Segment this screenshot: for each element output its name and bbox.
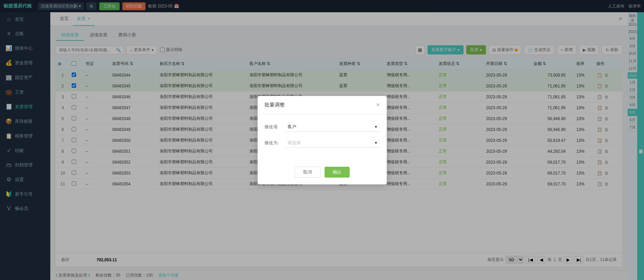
modal-body: 修改项 客户 ▾ 修改为 请选择 ▾ <box>258 114 387 163</box>
modal-header: 批量调整 × <box>258 96 387 114</box>
modal-title: 批量调整 <box>264 102 285 108</box>
cancel-btn[interactable]: 取消 <box>295 167 320 178</box>
modal-footer: 取消 确认 <box>258 163 387 184</box>
modal-overlay: 批量调整 × 修改项 客户 ▾ 修改为 请选择 ▾ 取消 确认 <box>0 0 644 280</box>
batch-adjust-modal: 批量调整 × 修改项 客户 ▾ 修改为 请选择 ▾ 取消 确认 <box>258 96 387 184</box>
chevron-down-icon: ▾ <box>375 124 377 129</box>
chevron-down-icon: ▾ <box>375 140 377 145</box>
form-row-field: 修改项 客户 ▾ <box>264 122 380 132</box>
modal-close-btn[interactable]: × <box>376 101 380 109</box>
form-row-change: 修改为 请选择 ▾ <box>264 138 380 148</box>
change-label: 修改为 <box>264 140 285 146</box>
field-select[interactable]: 客户 ▾ <box>285 122 380 132</box>
confirm-btn[interactable]: 确认 <box>325 167 350 178</box>
field-label: 修改项 <box>264 124 285 130</box>
change-select[interactable]: 请选择 ▾ <box>285 138 380 148</box>
